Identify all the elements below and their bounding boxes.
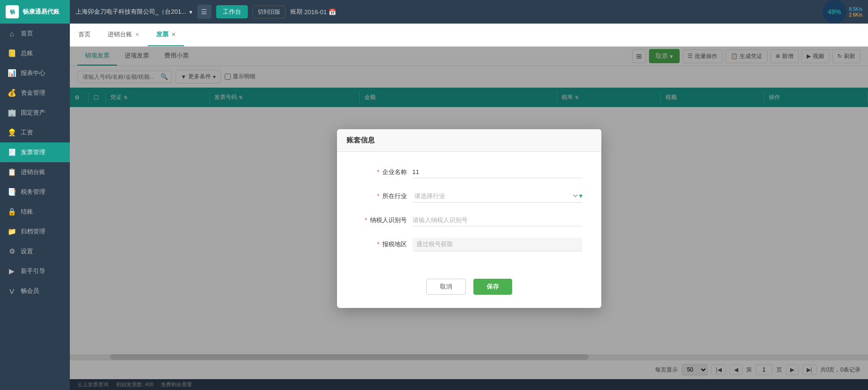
company-name-label: * 企业名称 [356, 168, 413, 176]
sidebar-item-general-ledger[interactable]: 📒 总账 [0, 43, 70, 63]
sidebar-icon-fixed-assets: 🏢 [8, 108, 16, 117]
sidebar-icon-general-ledger: 📒 [8, 49, 16, 58]
sidebar-label-sales-ledger: 进销台账 [21, 168, 45, 176]
sidebar-label-archive: 归档管理 [21, 227, 45, 236]
logo-icon: 畅 [6, 5, 19, 18]
old-version-button[interactable]: 切到旧版 [253, 6, 286, 18]
sidebar: 畅 畅康通易代账 ⌂ 首页 📒 总账 📊 报表中心 💰 资金管理 🏢 固定资产 … [0, 0, 70, 390]
required-star-4: * [377, 241, 379, 248]
required-star-3: * [365, 216, 367, 224]
sidebar-item-invoice[interactable]: 🧾 发票管理 [0, 142, 70, 162]
period-display: 账期 2016-01 📅 [290, 8, 337, 16]
dialog-footer: 取消 保存 [337, 274, 601, 308]
tax-region-label: * 报税地区 [356, 240, 413, 249]
sidebar-label-invoice: 发票管理 [21, 148, 45, 157]
industry-row: * 所在行业 请选择行业 ▾ [356, 190, 582, 203]
sidebar-label-tax: 税务管理 [21, 188, 45, 196]
sidebar-icon-home: ⌂ [8, 30, 16, 38]
tab-home[interactable]: 首页 [70, 24, 99, 46]
company-name: 上海卯金刀电子科技有限公司_（台201... [76, 8, 186, 16]
sidebar-label-general-ledger: 总账 [21, 49, 33, 58]
required-star-2: * [377, 192, 379, 199]
sidebar-label-settings: 设置 [21, 247, 33, 256]
industry-select[interactable]: 请选择行业 [413, 192, 579, 200]
sidebar-icon-tax: 📑 [8, 188, 16, 196]
sidebar-label-payroll: 工资 [21, 128, 33, 137]
sidebar-icon-sales-ledger: 📋 [8, 168, 16, 176]
sidebar-icon-guide: ▶ [8, 267, 16, 275]
save-button[interactable]: 保存 [473, 279, 512, 295]
dialog-body: * 企业名称 * 所在行业 请选择行业 [337, 152, 601, 274]
upload-speed: 8.5K/s [849, 7, 862, 12]
sidebar-icon-funds: 💰 [8, 89, 16, 97]
tax-id-label: * 纳税人识别号 [356, 216, 413, 224]
tax-id-row: * 纳税人识别号 [356, 214, 582, 226]
sidebar-item-home[interactable]: ⌂ 首页 [0, 24, 70, 43]
sidebar-label-close: 结账 [21, 207, 33, 216]
sidebar-icon-close: 🔒 [8, 207, 16, 216]
sidebar-icon-payroll: 👷 [8, 128, 16, 137]
sidebar-icon-settings: ⚙ [8, 247, 16, 256]
industry-label: * 所在行业 [356, 192, 413, 200]
sidebar-icon-archive: 📁 [8, 227, 16, 236]
network-speed: 8.5K/s 2.6K/s [849, 7, 862, 17]
company-name-input[interactable] [413, 166, 582, 178]
dialog-title: 账套信息 [337, 129, 601, 152]
nav-tabs: 首页 进销台账 ✕ 发票 ✕ [70, 24, 868, 47]
period-label: 账期 [290, 8, 303, 16]
sidebar-label-fixed-assets: 固定资产 [21, 108, 45, 117]
app-logo: 畅 畅康通易代账 [0, 0, 70, 24]
sidebar-item-close[interactable]: 🔒 结账 [0, 202, 70, 222]
sidebar-item-settings[interactable]: ⚙ 设置 [0, 241, 70, 261]
company-name-row: * 企业名称 [356, 166, 582, 178]
sidebar-item-guide[interactable]: ▶ 新手引导 [0, 261, 70, 281]
sidebar-item-member[interactable]: V 畅会员 [0, 281, 70, 301]
industry-select-wrap: 请选择行业 ▾ [413, 190, 582, 203]
cancel-button[interactable]: 取消 [426, 279, 466, 295]
tab-sales-ledger-label: 进销台账 [108, 30, 132, 39]
sidebar-icon-invoice: 🧾 [8, 148, 16, 157]
sidebar-item-payroll[interactable]: 👷 工资 [0, 123, 70, 142]
tax-region-display: 通过税号获取 [413, 238, 582, 251]
tab-sales-ledger-close[interactable]: ✕ [135, 32, 139, 38]
sidebar-label-home: 首页 [21, 29, 33, 38]
tax-id-input[interactable] [413, 214, 582, 226]
tab-invoice-label: 发票 [156, 30, 169, 39]
sidebar-item-fixed-assets[interactable]: 🏢 固定资产 [0, 103, 70, 123]
company-dropdown-icon[interactable]: ▾ [189, 8, 193, 16]
period-value: 2016-01 [304, 8, 327, 16]
tab-invoice-close[interactable]: ✕ [171, 32, 176, 38]
topbar: 上海卯金刀电子科技有限公司_（台201... ▾ ☰ 工作台 切到旧版 账期 2… [70, 0, 868, 24]
sidebar-item-archive[interactable]: 📁 归档管理 [0, 222, 70, 241]
dialog-overlay: 账套信息 * 企业名称 * 所在行业 [70, 47, 868, 390]
required-star: * [377, 168, 379, 175]
sidebar-item-funds[interactable]: 💰 资金管理 [0, 83, 70, 103]
tax-region-row: * 报税地区 通过税号获取 [356, 238, 582, 251]
sidebar-label-reports: 报表中心 [21, 69, 45, 77]
download-speed: 2.6K/s [849, 12, 862, 17]
sub-content: 销项发票 进项发票 费用小票 ⊞ 取票 ▾ ☰ 批量操作 [70, 47, 868, 390]
sidebar-icon-member: V [8, 287, 16, 295]
sidebar-item-tax[interactable]: 📑 税务管理 [0, 182, 70, 202]
tab-invoice[interactable]: 发票 ✕ [148, 24, 184, 46]
sidebar-item-sales-ledger[interactable]: 📋 进销台账 [0, 162, 70, 182]
sidebar-label-funds: 资金管理 [21, 89, 45, 97]
workspace-button[interactable]: 工作台 [216, 5, 248, 18]
tab-home-label: 首页 [78, 30, 91, 39]
topbar-settings-icon[interactable]: ☰ [197, 5, 211, 19]
sidebar-item-reports[interactable]: 📊 报表中心 [0, 63, 70, 83]
tab-sales-ledger[interactable]: 进销台账 ✕ [99, 24, 148, 46]
calendar-icon[interactable]: 📅 [329, 8, 336, 16]
sidebar-label-member: 畅会员 [21, 287, 39, 295]
network-status: 49% [823, 0, 846, 24]
network-pct: 49% [828, 8, 841, 16]
main-area: 上海卯金刀电子科技有限公司_（台201... ▾ ☰ 工作台 切到旧版 账期 2… [70, 0, 868, 390]
sidebar-icon-reports: 📊 [8, 69, 16, 77]
sidebar-label-guide: 新手引导 [21, 267, 45, 275]
account-info-dialog: 账套信息 * 企业名称 * 所在行业 [337, 129, 601, 308]
app-name: 畅康通易代账 [23, 8, 59, 16]
industry-dropdown-icon: ▾ [579, 192, 582, 199]
company-selector[interactable]: 上海卯金刀电子科技有限公司_（台201... ▾ [76, 8, 193, 16]
